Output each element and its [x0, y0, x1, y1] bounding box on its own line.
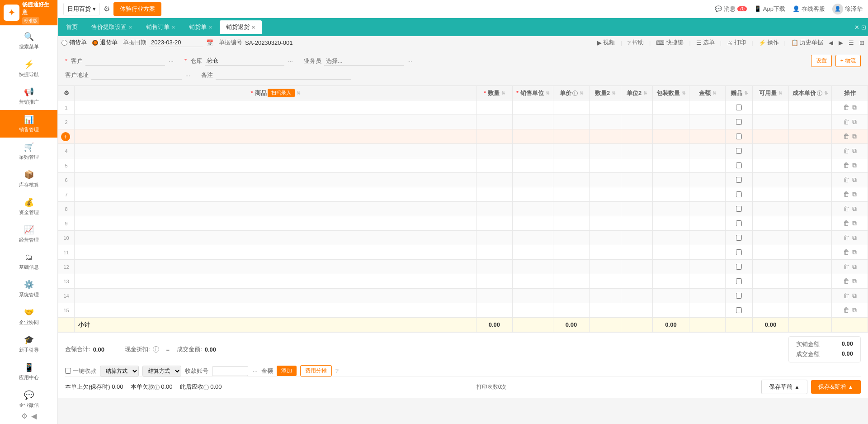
gift-checkbox-10[interactable] [736, 235, 742, 241]
sidebar-item-newbie[interactable]: 🎓 新手引导 [0, 330, 57, 358]
sidebar-item-shortcut[interactable]: ⚡ 快捷导航 [0, 55, 57, 82]
gift-checkbox-5[interactable] [736, 162, 742, 168]
settings-col-icon[interactable]: ⚙ [64, 90, 69, 96]
gift-checkbox-14[interactable] [736, 293, 742, 299]
remark-input[interactable] [216, 71, 351, 80]
action-view-grid[interactable]: ⊞ [859, 39, 864, 46]
sort-unit-icon[interactable]: ⇅ [546, 91, 549, 95]
product-cell-2[interactable] [75, 115, 476, 129]
delete-icon[interactable]: 🗑 [843, 306, 849, 314]
gift-checkbox-3[interactable] [736, 133, 742, 139]
tab-maximize-icon[interactable]: ⊡ [861, 24, 866, 31]
sort-product-icon[interactable]: ⇅ [297, 91, 300, 95]
copy-icon[interactable]: ⧉ [852, 219, 857, 227]
calc-method-select[interactable]: 结算方式 [142, 366, 181, 376]
tab-home[interactable]: 首页 [60, 20, 84, 34]
gift-checkbox-13[interactable] [736, 278, 742, 284]
online-service-button[interactable]: 👤 在线客服 [793, 5, 825, 13]
copy-icon[interactable]: ⧉ [852, 234, 857, 242]
product-cell-1[interactable] [75, 100, 476, 115]
qty2-cell-1[interactable] [590, 100, 621, 115]
settlement-method-select[interactable]: 结算方式 [100, 366, 139, 376]
delete-icon[interactable]: 🗑 [843, 263, 849, 271]
delete-icon[interactable]: 🗑 [843, 205, 849, 213]
discount-info-icon[interactable]: i [153, 346, 159, 353]
radio-sales-input[interactable] [61, 40, 67, 46]
unit-cell-1[interactable] [512, 100, 553, 115]
delete-row-2-icon[interactable]: 🗑 [843, 118, 849, 126]
app-download-button[interactable]: 📱 App下载 [754, 5, 785, 13]
available-cell-1[interactable] [753, 100, 789, 115]
gift-checkbox-9[interactable] [736, 220, 742, 226]
sidebar-item-search[interactable]: 🔍 搜索菜单 [0, 27, 57, 55]
debts-info-icon[interactable]: i [154, 385, 160, 390]
account-input[interactable] [212, 366, 248, 376]
delete-icon[interactable]: 🗑 [843, 191, 849, 198]
address-input[interactable] [91, 71, 182, 80]
delete-icon[interactable]: 🗑 [843, 176, 849, 184]
cost-info-icon[interactable]: i [817, 91, 822, 96]
gift-checkbox-4[interactable] [736, 148, 742, 154]
action-select[interactable]: ☰ 选单 [696, 38, 715, 47]
copy-icon[interactable]: ⧉ [852, 306, 857, 314]
pack-qty-cell-3[interactable] [653, 129, 689, 144]
amount-cell-1[interactable] [689, 100, 726, 115]
receivable-info-icon[interactable]: i [203, 385, 209, 390]
gift-checkbox-6[interactable] [736, 177, 742, 183]
action-view-list[interactable]: ☰ [849, 39, 854, 46]
radio-return[interactable]: 退货单 [92, 38, 118, 47]
customer-input[interactable] [85, 57, 165, 66]
qty-cell-2[interactable] [476, 115, 512, 129]
topbar-gear-icon[interactable]: ⚙ [104, 5, 110, 13]
add-payment-button[interactable]: 添加 [277, 366, 297, 376]
one-click-payment-check[interactable]: 一键收款 [65, 367, 96, 375]
pack-qty-cell-1[interactable] [653, 100, 689, 115]
sidebar-item-appstore[interactable]: 📱 应用中心 [0, 358, 57, 386]
sidebar-item-finance[interactable]: 💰 资金管理 [0, 193, 57, 220]
sidebar-item-enterprise[interactable]: 🤝 企业协同 [0, 303, 57, 330]
price-cell-1[interactable] [553, 100, 590, 115]
copy-icon[interactable]: ⧉ [852, 147, 857, 155]
gift-checkbox-7[interactable] [736, 191, 742, 197]
delete-row-1-icon[interactable]: 🗑 [843, 104, 849, 111]
copy-icon[interactable]: ⧉ [852, 263, 857, 271]
sort-cost-icon[interactable]: ⇅ [824, 91, 828, 95]
sort-pack-icon[interactable]: ⇅ [682, 91, 685, 95]
qty-cell-3[interactable] [476, 129, 512, 144]
unit-cell-3[interactable] [512, 129, 553, 144]
action-print[interactable]: 🖨 打印 [727, 38, 746, 47]
sort-gift-icon[interactable]: ⇅ [744, 91, 748, 95]
user-profile[interactable]: 👤 徐泽华 [832, 4, 863, 14]
available-cell-2[interactable] [753, 115, 789, 129]
amount-cell-3[interactable] [689, 129, 726, 144]
unit2-cell-2[interactable] [621, 115, 653, 129]
sort-unit2-icon[interactable]: ⇅ [643, 91, 647, 95]
copy-icon[interactable]: ⧉ [852, 277, 857, 285]
tab-close-sales-return[interactable]: ✕ [251, 24, 255, 30]
amount-cell-2[interactable] [689, 115, 726, 129]
unit-cell-2[interactable] [512, 115, 553, 129]
setting-button[interactable]: 设置 [811, 55, 832, 67]
delete-icon[interactable]: 🗑 [843, 147, 849, 155]
scan-input-button[interactable]: 扫码录入 [268, 89, 295, 97]
fee-help-icon[interactable]: ? [335, 367, 339, 374]
sidebar-item-basic[interactable]: 🗂 基础信息 [0, 248, 57, 275]
sidebar-item-inventory[interactable]: 📦 库存核算 [0, 165, 57, 193]
trial-button[interactable]: 体验行业方案 [113, 2, 161, 16]
one-click-payment-checkbox[interactable] [65, 368, 71, 374]
cost-price-cell-3[interactable] [789, 129, 832, 144]
copy-icon[interactable]: ⧉ [852, 191, 857, 198]
tab-sales-delivery[interactable]: 销货单 ✕ [183, 20, 219, 34]
copy-row-1-icon[interactable]: ⧉ [852, 104, 857, 111]
settings-bottom-icon[interactable]: ⚙ [21, 412, 28, 420]
product-cell-3[interactable] [75, 129, 476, 144]
price-cell-3[interactable] [553, 129, 590, 144]
sidebar-item-marketing[interactable]: 📢 营销推广 [0, 82, 57, 110]
copy-icon[interactable]: ⧉ [852, 176, 857, 184]
sidebar-item-purchase[interactable]: 🛒 采购管理 [0, 138, 57, 165]
cost-price-cell-1[interactable] [789, 100, 832, 115]
save-draft-button[interactable]: 保存草稿 ▲ [761, 380, 808, 394]
action-shortcut[interactable]: ⌨ 快捷键 [656, 38, 684, 47]
equals-button[interactable]: = [166, 346, 170, 353]
tab-close-all-icon[interactable]: ✕ [854, 24, 859, 31]
